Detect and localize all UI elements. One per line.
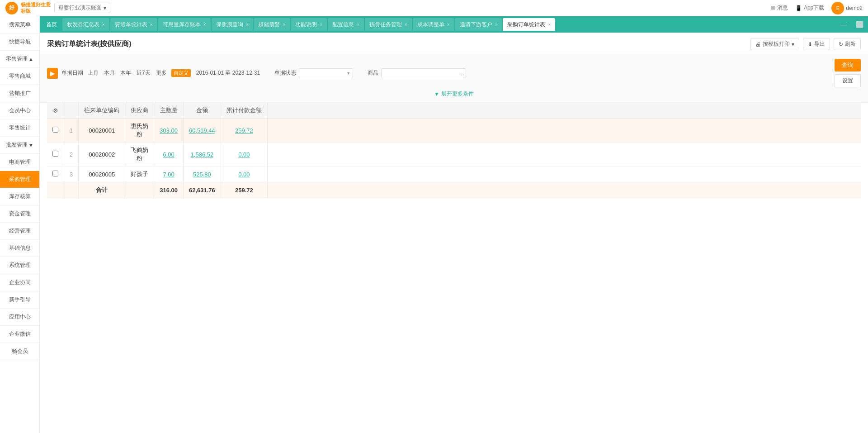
tab-close-icon[interactable]: ×: [102, 22, 105, 27]
row-amount[interactable]: 1,586.52: [184, 143, 221, 167]
tab-close-icon[interactable]: ×: [548, 22, 551, 27]
user-profile[interactable]: E demo2: [831, 2, 863, 14]
row-checkbox[interactable]: [47, 119, 64, 143]
tab-invite-downstream[interactable]: 邀请下游客户 ×: [455, 18, 502, 31]
tab-purchase-summary[interactable]: 采购订单统计表 ×: [503, 18, 555, 31]
sidebar-item-finance[interactable]: 资金管理: [0, 205, 39, 223]
status-select[interactable]: [299, 68, 353, 78]
tab-home[interactable]: 首页: [42, 18, 61, 31]
sidebar-item-quicknav[interactable]: 快捷导航: [0, 33, 39, 51]
page-title: 采购订单统计表(按供应商): [47, 39, 132, 49]
sidebar-item-vip[interactable]: 畅会员: [0, 343, 39, 360]
window-controls: — ⬜: [838, 20, 866, 29]
date-shortcut-this-year[interactable]: 本年: [118, 68, 133, 78]
refresh-button[interactable]: ↻ 刷新: [834, 38, 861, 50]
minimize-button[interactable]: —: [838, 20, 849, 29]
sidebar-item-purchase[interactable]: 采购管理: [0, 171, 39, 188]
tab-close-icon[interactable]: ×: [283, 22, 285, 27]
tab-warranty-query[interactable]: 保质期查询 ×: [212, 18, 253, 31]
row-paid-amount[interactable]: 259.72: [221, 119, 267, 143]
row-checkbox[interactable]: [47, 167, 64, 182]
date-shortcuts: 上月 本月 本年 近7天 更多: [86, 68, 169, 78]
th-index: [64, 103, 79, 119]
row-unit-code: 00020005: [79, 167, 125, 182]
row-spacer: [267, 119, 861, 143]
row-quantity[interactable]: 7.00: [154, 167, 184, 182]
date-filter-label: 单据日期: [61, 69, 83, 77]
message-icon: ✉: [771, 5, 775, 11]
date-shortcut-this-month[interactable]: 本月: [102, 68, 117, 78]
date-shortcut-more[interactable]: 更多: [154, 68, 169, 78]
export-button[interactable]: ⬇ 导出: [803, 38, 830, 50]
top-bar-right: ✉ 消息 📱 App下载 E demo2: [771, 2, 863, 14]
table-body: 1 00020001 惠氏奶粉 303.00 60,519.44 259.72 …: [47, 119, 861, 182]
sidebar-item-appcenter[interactable]: 应用中心: [0, 309, 39, 326]
page-content: 采购订单统计表(按供应商) 🖨 按模板打印 ▾ ⬇ 导出 ↻ 刷新: [40, 33, 868, 433]
sidebar-item-newbie[interactable]: 新手引导: [0, 291, 39, 309]
sidebar-item-marketing[interactable]: 营销推广: [0, 85, 39, 102]
row-checkbox[interactable]: [47, 143, 64, 167]
sidebar-item-retail-stats[interactable]: 零售统计: [0, 119, 39, 137]
sidebar-item-retail[interactable]: 零售管理 ▲: [0, 51, 39, 68]
custom-tag: 自定义: [171, 69, 191, 77]
tab-function-desc[interactable]: 功能说明 ×: [291, 18, 327, 31]
sidebar-item-search[interactable]: 搜索菜单: [0, 16, 39, 33]
tab-close-icon[interactable]: ×: [447, 22, 450, 27]
row-amount[interactable]: 60,519.44: [184, 119, 221, 143]
sidebar-item-system[interactable]: 系统管理: [0, 257, 39, 274]
filter-toggle-button[interactable]: ▶: [47, 68, 58, 79]
sidebar-item-basic[interactable]: 基础信息: [0, 240, 39, 257]
date-filter-section: 单据日期 上月 本月 本年 近7天 更多 自定义 2016-01-01 至 20…: [61, 68, 260, 78]
app-logo-text: 畅捷通好生意 标版: [21, 2, 51, 14]
tab-cost-adjust[interactable]: 成本调整单 ×: [413, 18, 454, 31]
tab-overstock-warning[interactable]: 超储预警 ×: [254, 18, 290, 31]
tab-close-icon[interactable]: ×: [320, 22, 322, 27]
date-shortcut-last-month[interactable]: 上月: [86, 68, 100, 78]
sidebar-item-wechat[interactable]: 企业微信: [0, 326, 39, 343]
row-quantity[interactable]: 303.00: [154, 119, 184, 143]
row-paid-amount[interactable]: 0.00: [221, 143, 267, 167]
expand-more-button[interactable]: ▼ 展开更多条件: [47, 90, 861, 98]
workspace-selector[interactable]: 母婴行业演示账套 ▾: [54, 3, 110, 13]
sidebar-item-operations[interactable]: 经营管理: [0, 223, 39, 240]
sidebar-item-retail-shop[interactable]: 零售商城: [0, 68, 39, 85]
product-filter-section: 商品 …: [368, 68, 466, 78]
query-button[interactable]: 查询: [835, 59, 861, 71]
date-shortcut-7days[interactable]: 近7天: [135, 68, 152, 78]
table-container: ⚙ 往来单位编码 供应商 主数量: [40, 103, 868, 198]
row-index: 3: [64, 167, 79, 182]
top-bar: 好 畅捷通好生意 标版 母婴行业演示账套 ▾ ✉ 消息 📱 App下载 E de…: [0, 0, 868, 16]
sidebar-item-enterprise[interactable]: 企业协同: [0, 274, 39, 291]
row-amount[interactable]: 525.80: [184, 167, 221, 182]
th-quantity: 主数量: [154, 103, 184, 119]
tab-close-icon[interactable]: ×: [246, 22, 249, 27]
app-logo-icon: 好: [5, 2, 18, 14]
row-unit-code: 00020002: [79, 143, 125, 167]
tab-receive-summary[interactable]: 收发存汇总表 ×: [62, 18, 109, 31]
row-paid-amount[interactable]: 0.00: [221, 167, 267, 182]
template-print-button[interactable]: 🖨 按模板打印 ▾: [750, 38, 799, 50]
tab-close-icon[interactable]: ×: [495, 22, 498, 27]
row-quantity[interactable]: 6.00: [154, 143, 184, 167]
product-input[interactable]: [381, 68, 466, 78]
tab-config-info[interactable]: 配置信息 ×: [328, 18, 364, 31]
app-download-button[interactable]: 📱 App下载: [795, 4, 824, 12]
tab-close-icon[interactable]: ×: [150, 22, 153, 27]
tab-order-stats[interactable]: 要货单统计表 ×: [110, 18, 157, 31]
settings-button[interactable]: 设置: [835, 74, 861, 87]
th-settings[interactable]: ⚙: [47, 103, 64, 119]
sidebar-item-ecommerce[interactable]: 电商管理: [0, 154, 39, 171]
maximize-button[interactable]: ⬜: [853, 20, 866, 29]
sidebar-item-inventory[interactable]: 库存核算: [0, 188, 39, 205]
th-spacer: [267, 103, 861, 119]
tab-close-icon[interactable]: ×: [203, 22, 206, 27]
tab-pick-task[interactable]: 拣货任务管理 ×: [365, 18, 412, 31]
sidebar-item-member[interactable]: 会员中心: [0, 102, 39, 119]
tab-inventory-account[interactable]: 可用量库存账本 ×: [158, 18, 211, 31]
more-icon[interactable]: …: [459, 70, 464, 76]
tab-close-icon[interactable]: ×: [357, 22, 359, 27]
avatar: E: [831, 2, 844, 14]
tab-close-icon[interactable]: ×: [405, 22, 407, 27]
sidebar-item-wholesale[interactable]: 批发管理 ▼: [0, 137, 39, 154]
message-button[interactable]: ✉ 消息: [771, 4, 788, 12]
